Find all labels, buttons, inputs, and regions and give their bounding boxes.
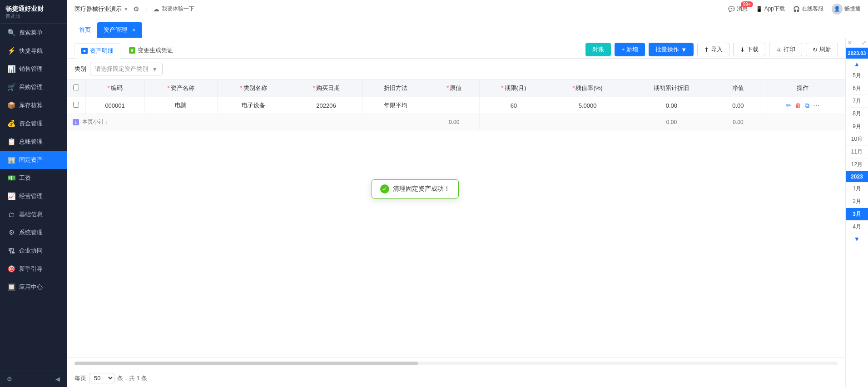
message-badge: 99+: [741, 1, 753, 7]
calendar-up-arrow[interactable]: ▲: [852, 59, 862, 69]
topbar: 医疗器械行业演示 ▼ ⚙ | ☁ 我要体验一下 💬 消息 99+ 📱 App下载…: [67, 0, 868, 18]
sidebar-item-fixed-assets[interactable]: 🏢 固定资产: [0, 151, 67, 169]
tab-home[interactable]: 首页: [74, 22, 95, 38]
sidebar-item-label: 基础信息: [19, 210, 43, 218]
col-check: [67, 79, 85, 97]
row-check: [67, 97, 85, 114]
base-info-icon: 🗂: [7, 211, 15, 218]
category-filter-select[interactable]: 请选择固定资产类别 ▼: [90, 63, 163, 75]
col-name: *资产名称: [144, 79, 217, 97]
cal-month-9[interactable]: 9月: [846, 120, 868, 133]
calendar-down-arrow[interactable]: ▼: [852, 233, 862, 244]
sidebar-item-enterprise[interactable]: 🏗 企业协同: [0, 242, 67, 260]
expand-right-sidebar-icon[interactable]: ⤢: [862, 40, 866, 46]
cal-month-11[interactable]: 11月: [846, 146, 868, 159]
settings-button[interactable]: ⚙: [133, 5, 139, 13]
sidebar-nav: 🔍 搜索菜单 ⚡ 快捷导航 📊 销售管理 🛒 采购管理 📦 库存核算 💰 资金管…: [0, 24, 67, 371]
print-button[interactable]: 🖨 打印: [769, 43, 802, 56]
message-button[interactable]: 💬 消息 99+: [728, 5, 748, 13]
cal-month-2[interactable]: 2月: [846, 195, 868, 208]
cal-month-3-current[interactable]: 3月: [846, 208, 868, 221]
online-service-label: 在线客服: [802, 5, 823, 13]
sidebar-item-new-guide[interactable]: 🎯 新手引导: [0, 260, 67, 278]
sub-tab-asset-detail[interactable]: ■ 资产明细: [74, 43, 120, 59]
calendar-year-month[interactable]: 2023.03: [846, 48, 868, 59]
edit-row-button[interactable]: ✏: [786, 102, 791, 109]
total-count: 条，共 1 条: [117, 374, 147, 382]
select-all-checkbox[interactable]: [73, 84, 79, 90]
cal-month-4[interactable]: 4月: [846, 221, 868, 233]
batch-label: 批量操作: [655, 45, 679, 54]
sidebar-item-ledger[interactable]: 📋 总账管理: [0, 133, 67, 151]
subtotal-original-value: 0.00: [429, 114, 479, 130]
settings-icon[interactable]: ⚙: [6, 376, 13, 382]
horizontal-scrollbar[interactable]: [74, 362, 838, 365]
app-download-button[interactable]: 📱 App下载: [756, 5, 785, 13]
reconcile-label: 对账: [592, 45, 604, 54]
company-selector[interactable]: 医疗器械行业演示 ▼: [74, 5, 129, 13]
company-name: 医疗器械行业演示: [74, 5, 122, 13]
cal-month-8[interactable]: 8月: [846, 108, 868, 120]
content-area: ■ 资产明细 ■ 变更生成凭证 对账 + 新增: [67, 38, 868, 387]
message-icon: 💬: [728, 6, 735, 12]
import-icon: ⬆: [704, 46, 709, 53]
delete-row-button[interactable]: 🗑: [795, 102, 801, 109]
online-service-button[interactable]: 🎧 在线客服: [793, 5, 823, 13]
cal-year-2023[interactable]: 2023: [846, 171, 868, 183]
more-row-button[interactable]: ⋯: [813, 102, 819, 109]
cal-month-5[interactable]: 5月: [846, 69, 868, 82]
sidebar-item-label: 系统管理: [19, 228, 43, 237]
right-sidebar-calendar: ✕ ⤢ 2023.03 ▲ 5月 6月 7月 8月 9月 10月 11月 12月…: [845, 38, 868, 387]
col-original-value: *原值: [429, 79, 479, 97]
new-button[interactable]: + 新增: [615, 43, 645, 56]
search-icon: 🔍: [7, 29, 15, 37]
batch-arrow-icon: ▼: [681, 46, 687, 53]
sidebar-item-inventory[interactable]: 📦 库存核算: [0, 96, 67, 114]
copy-row-button[interactable]: ⧉: [805, 102, 809, 109]
cal-month-7[interactable]: 7月: [846, 95, 868, 108]
col-category: *类别名称: [217, 79, 290, 97]
tab-close-icon[interactable]: ✕: [132, 27, 136, 33]
sub-tabs: ■ 资产明细 ■ 变更生成凭证 对账 + 新增: [67, 38, 845, 59]
sidebar-item-search[interactable]: 🔍 搜索菜单: [0, 24, 67, 42]
user-account[interactable]: 👤 畅捷通: [832, 4, 861, 15]
tabbar: 首页 资产管理 ✕: [67, 18, 868, 38]
toast-message: 清理固定资产成功！: [393, 185, 450, 193]
sidebar-item-wages[interactable]: 💵 工资: [0, 169, 67, 187]
refresh-button[interactable]: ↻ 刷新: [806, 43, 838, 56]
collapse-sidebar-icon[interactable]: ◀: [55, 376, 61, 382]
subtotal-label: Σ 本页小计：: [67, 114, 429, 130]
close-right-sidebar-icon[interactable]: ✕: [848, 40, 852, 46]
main-content: 医疗器械行业演示 ▼ ⚙ | ☁ 我要体验一下 💬 消息 99+ 📱 App下载…: [67, 0, 868, 387]
row-checkbox[interactable]: [73, 102, 79, 108]
sidebar-item-sales[interactable]: 📊 销售管理: [0, 60, 67, 78]
cal-month-6[interactable]: 6月: [846, 82, 868, 95]
per-page-label: 每页: [74, 374, 86, 382]
sidebar-item-label: 总账管理: [19, 138, 43, 146]
per-page-select[interactable]: 50 100 200: [89, 373, 114, 383]
experience-button[interactable]: ☁ 我要体验一下: [153, 5, 194, 13]
col-net-value: 净值: [716, 79, 760, 97]
quick-nav-icon: ⚡: [7, 47, 15, 55]
home-tab-label: 首页: [79, 26, 91, 33]
cal-month-1[interactable]: 1月: [846, 183, 868, 195]
pagination: 每页 50 100 200 条，共 1 条: [67, 369, 845, 387]
sidebar-item-operations[interactable]: 📈 经营管理: [0, 187, 67, 205]
sidebar-item-quick-nav[interactable]: ⚡ 快捷导航: [0, 42, 67, 60]
cal-month-12[interactable]: 12月: [846, 159, 868, 171]
sidebar-item-sys-mgmt[interactable]: ⚙ 系统管理: [0, 223, 67, 242]
tab-asset-mgmt[interactable]: 资产管理 ✕: [97, 22, 142, 38]
batch-button[interactable]: 批量操作 ▼: [649, 43, 694, 56]
sidebar-item-purchase[interactable]: 🛒 采购管理: [0, 78, 67, 96]
sidebar-item-base-info[interactable]: 🗂 基础信息: [0, 205, 67, 223]
download-button[interactable]: ⬇ 下载: [733, 43, 765, 56]
col-initial-accumulated: 期初累计折旧: [627, 79, 716, 97]
sidebar-item-funds[interactable]: 💰 资金管理: [0, 114, 67, 133]
sidebar-item-app-center[interactable]: 🔲 应用中心: [0, 278, 67, 296]
print-icon: 🖨: [776, 46, 782, 53]
sub-tab-change-voucher[interactable]: ■ 变更生成凭证: [122, 43, 180, 58]
reconcile-button[interactable]: 对账: [585, 43, 611, 56]
row-actions: ✏ 🗑 ⧉ ⋯: [760, 97, 845, 114]
import-button[interactable]: ⬆ 导入: [697, 43, 729, 56]
cal-month-10[interactable]: 10月: [846, 133, 868, 146]
